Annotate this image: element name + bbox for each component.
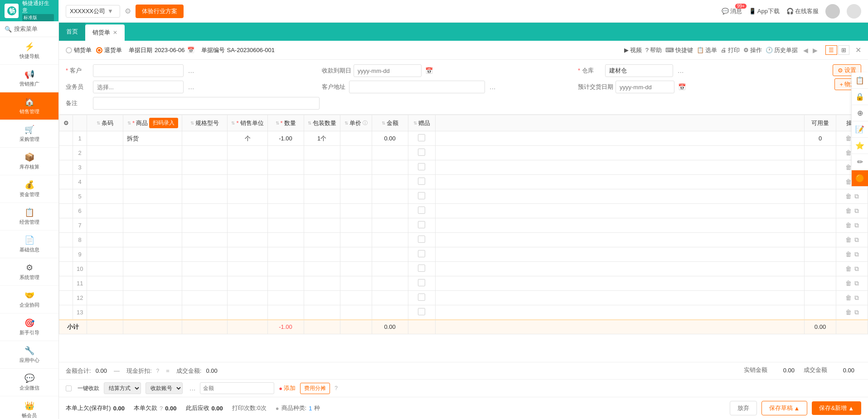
cell-price-1[interactable]: [340, 146, 372, 160]
warehouse-input[interactable]: 建材仓: [605, 64, 673, 77]
cell-barcode-3[interactable]: [87, 175, 123, 189]
cell-product-2[interactable]: [123, 160, 182, 175]
sidebar-item-营销推广[interactable]: 📢 营销推广: [0, 65, 58, 92]
cell-gift-7[interactable]: [408, 233, 435, 247]
cell-pkgqty-9[interactable]: [304, 262, 340, 276]
one-click-checkbox[interactable]: [66, 385, 72, 391]
bill-no-value[interactable]: SA-20230606-001: [227, 47, 275, 53]
video-button[interactable]: ▶ 视频: [624, 46, 642, 54]
cell-product-6[interactable]: [123, 218, 182, 233]
cell-gift-12[interactable]: [408, 305, 435, 320]
sidebar-item-企业微信[interactable]: 💬 企业微信: [0, 369, 58, 396]
cell-unit-8[interactable]: [228, 247, 267, 262]
copy-row-icon-9[interactable]: ⧉: [854, 265, 859, 273]
cell-unit-9[interactable]: [228, 262, 267, 276]
cell-amount-12[interactable]: [372, 305, 408, 320]
delete-row-icon-1[interactable]: 🗑: [845, 149, 852, 157]
online-service-button[interactable]: 🎧 在线客服: [786, 7, 819, 15]
cell-qty-11[interactable]: [267, 291, 304, 305]
cell-gift-9[interactable]: [408, 262, 435, 276]
calendar-icon[interactable]: 📅: [187, 47, 194, 53]
cell-qty-8[interactable]: [267, 247, 304, 262]
cell-unit-12[interactable]: [228, 305, 267, 320]
app-download-button[interactable]: 📱 App下载: [749, 7, 780, 15]
cell-qty-7[interactable]: [267, 233, 304, 247]
cell-price-11[interactable]: [340, 291, 372, 305]
tab-sale-order[interactable]: 销货单 ✕: [85, 24, 125, 41]
cell-pkgqty-2[interactable]: [304, 160, 340, 175]
cell-unit-4[interactable]: [228, 189, 267, 204]
delete-row-icon-7[interactable]: 🗑: [845, 236, 852, 244]
cell-amount-0[interactable]: 0.00: [372, 131, 408, 146]
history-button[interactable]: 🕐 历史单据: [766, 46, 798, 54]
discount-info-icon[interactable]: ?: [156, 368, 160, 374]
cell-amount-10[interactable]: [372, 276, 408, 291]
radio-return[interactable]: 退货单: [96, 46, 122, 54]
cell-product-1[interactable]: [123, 146, 182, 160]
sidebar-item-企业协同[interactable]: 🤝 企业协同: [0, 286, 58, 313]
shortcut-button[interactable]: ⌨ 快捷键: [665, 46, 693, 54]
cell-qty-10[interactable]: [267, 276, 304, 291]
settlement-select[interactable]: 结算方式: [104, 382, 141, 394]
cell-unit-11[interactable]: [228, 291, 267, 305]
cell-unit-1[interactable]: [228, 146, 267, 160]
cell-price-6[interactable]: [340, 218, 372, 233]
cell-product-3[interactable]: [123, 175, 182, 189]
this-bill-debit-help[interactable]: ?: [160, 405, 163, 412]
cell-product-5[interactable]: [123, 204, 182, 218]
copy-row-icon-6[interactable]: ⧉: [854, 222, 859, 229]
cell-barcode-4[interactable]: [87, 189, 123, 204]
copy-row-icon-12[interactable]: ⧉: [854, 308, 859, 316]
cell-pkgqty-1[interactable]: [304, 146, 340, 160]
cell-price-5[interactable]: [340, 204, 372, 218]
sidebar-item-快捷导航[interactable]: ⚡ 快捷导航: [0, 37, 58, 65]
cell-spec-7[interactable]: [182, 233, 228, 247]
delete-row-icon-3[interactable]: 🗑: [845, 178, 852, 186]
cell-amount-9[interactable]: [372, 262, 408, 276]
cell-spec-11[interactable]: [182, 291, 228, 305]
remark-input[interactable]: [93, 97, 320, 110]
copy-row-icon-4[interactable]: ⧉: [854, 193, 859, 200]
due-date-calendar-icon[interactable]: 📅: [425, 67, 433, 74]
settings-icon[interactable]: ⚙: [125, 7, 131, 15]
float-icon-7[interactable]: 🟠: [852, 170, 868, 187]
copy-row-icon-5[interactable]: ⧉: [854, 207, 859, 215]
col-sort-qty-icon[interactable]: ⇅: [276, 120, 279, 125]
col-sort-product-icon[interactable]: ⇅: [127, 120, 131, 125]
cell-gift-8[interactable]: [408, 247, 435, 262]
cell-barcode-10[interactable]: [87, 276, 123, 291]
cell-pkgqty-3[interactable]: [304, 175, 340, 189]
col-sort-amount-icon[interactable]: ⇅: [382, 120, 385, 125]
cell-pkgqty-0[interactable]: 1个: [304, 131, 340, 146]
cell-product-0[interactable]: 拆货: [123, 131, 182, 146]
float-icon-2[interactable]: 🔒: [852, 89, 868, 105]
cell-product-7[interactable]: [123, 233, 182, 247]
cell-pkgqty-10[interactable]: [304, 276, 340, 291]
cell-pkgqty-5[interactable]: [304, 204, 340, 218]
cell-qty-4[interactable]: [267, 189, 304, 204]
cell-qty-9[interactable]: [267, 262, 304, 276]
trial-button[interactable]: 体验行业方案: [136, 5, 184, 18]
user-avatar[interactable]: [825, 4, 840, 19]
cell-pkgqty-4[interactable]: [304, 189, 340, 204]
search-menu-button[interactable]: 🔍 搜索菜单: [5, 25, 54, 33]
col-sort-unit-icon[interactable]: ⇅: [231, 120, 235, 125]
float-icon-6[interactable]: ✏: [852, 154, 868, 170]
print-button[interactable]: 🖨 打印: [721, 46, 740, 54]
cell-amount-6[interactable]: [372, 218, 408, 233]
delete-row-icon-5[interactable]: 🗑: [845, 207, 852, 215]
float-icon-5[interactable]: ⭐: [852, 138, 868, 154]
discard-button[interactable]: 放弃: [730, 401, 757, 415]
cell-amount-1[interactable]: [372, 146, 408, 160]
cell-unit-2[interactable]: [228, 160, 267, 175]
cell-unit-3[interactable]: [228, 175, 267, 189]
sidebar-item-资金管理[interactable]: 💰 资金管理: [0, 175, 58, 203]
float-icon-4[interactable]: 📝: [852, 121, 868, 138]
cell-price-12[interactable]: [340, 305, 372, 320]
cell-gift-3[interactable]: [408, 175, 435, 189]
cell-qty-0[interactable]: -1.00: [267, 131, 304, 146]
cell-spec-9[interactable]: [182, 262, 228, 276]
delete-row-icon-2[interactable]: 🗑: [845, 164, 852, 171]
cell-gift-2[interactable]: [408, 160, 435, 175]
cell-qty-12[interactable]: [267, 305, 304, 320]
